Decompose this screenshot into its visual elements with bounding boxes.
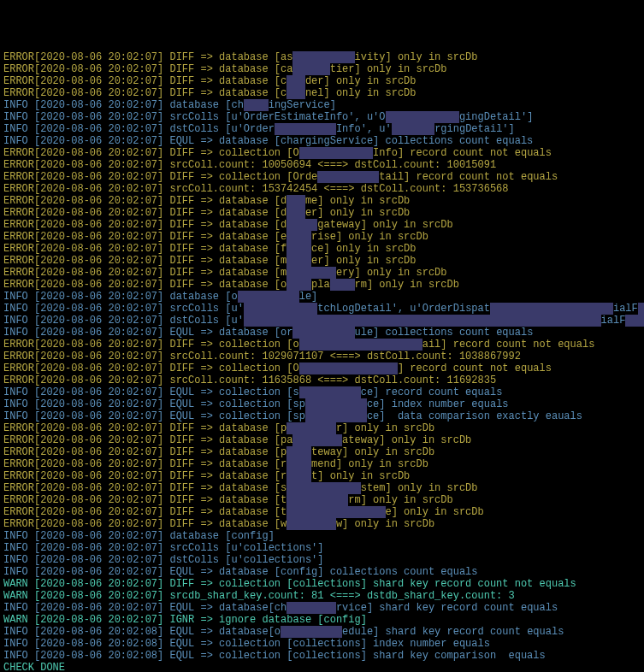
log-message: database [ch ingService]	[169, 99, 335, 111]
log-level: ERROR	[3, 446, 34, 458]
log-message: srcColls [u' tchLogDetail', u'OrderDispa…	[169, 303, 644, 315]
log-timestamp: [2020-08-06 20:02:07]	[34, 135, 163, 147]
log-level: ERROR	[3, 518, 34, 530]
log-line: ERROR[2020-08-06 20:02:07] DIFF => datab…	[3, 207, 641, 219]
log-line: CHECK DONE	[3, 662, 641, 672]
log-line: ERROR[2020-08-06 20:02:07] srcColl.count…	[3, 183, 641, 195]
log-message: EQUL => collection [collections] index n…	[169, 638, 489, 650]
log-message: DIFF => database [ca tier] only in srcDb	[169, 63, 446, 75]
log-timestamp: [2020-08-06 20:02:07]	[34, 291, 163, 303]
log-line: ERROR[2020-08-06 20:02:07] DIFF => datab…	[3, 482, 641, 494]
log-line: ERROR[2020-08-06 20:02:07] DIFF => datab…	[3, 446, 641, 458]
log-message: IGNR => ignore database [config]	[169, 614, 366, 626]
log-timestamp: [2020-08-06 20:02:07]	[34, 303, 163, 315]
log-level: ERROR	[3, 339, 34, 351]
log-timestamp: [2020-08-06 20:02:07]	[34, 75, 163, 87]
log-message: DIFF => database [e rise] only in srcDb	[169, 231, 428, 243]
log-timestamp: [2020-08-06 20:02:07]	[34, 614, 163, 626]
log-level: INFO	[3, 135, 34, 147]
log-timestamp: [2020-08-06 20:02:07]	[34, 602, 163, 614]
log-timestamp: [2020-08-06 20:02:07]	[34, 183, 163, 195]
log-line: ERROR[2020-08-06 20:02:07] DIFF => datab…	[3, 279, 641, 291]
log-timestamp: [2020-08-06 20:02:07]	[34, 99, 163, 111]
log-timestamp: [2020-08-06 20:02:07]	[34, 159, 163, 171]
log-level: INFO	[3, 650, 34, 662]
log-line: ERROR[2020-08-06 20:02:07] DIFF => colle…	[3, 147, 641, 159]
log-timestamp: [2020-08-06 20:02:07]	[34, 87, 163, 99]
log-timestamp: [2020-08-06 20:02:07]	[34, 327, 163, 339]
log-level: ERROR	[3, 231, 34, 243]
log-message: EQUL => database[o edule] shard key reco…	[169, 626, 564, 638]
log-level: INFO	[3, 410, 34, 422]
log-line: INFO [2020-08-06 20:02:07] srcColls [u'O…	[3, 111, 641, 123]
log-timestamp: [2020-08-06 20:02:07]	[34, 171, 163, 183]
log-line: ERROR[2020-08-06 20:02:07] DIFF => datab…	[3, 231, 641, 243]
log-level: INFO	[3, 386, 34, 398]
log-line: ERROR[2020-08-06 20:02:07] DIFF => datab…	[3, 434, 641, 446]
log-timestamp: [2020-08-06 20:02:07]	[34, 255, 163, 267]
log-message: DIFF => database [c nel] only in srcDb	[169, 87, 416, 99]
log-line: INFO [2020-08-06 20:02:07] srcColls [u' …	[3, 303, 641, 315]
log-timestamp: [2020-08-06 20:02:07]	[34, 147, 163, 159]
log-timestamp: [2020-08-06 20:02:07]	[34, 410, 163, 422]
log-line: INFO [2020-08-06 20:02:07] dstColls [u'O…	[3, 123, 641, 135]
log-level: ERROR	[3, 279, 34, 291]
log-level: INFO	[3, 554, 34, 566]
log-timestamp: [2020-08-06 20:02:08]	[34, 638, 163, 650]
log-level: ERROR	[3, 255, 34, 267]
log-timestamp: [2020-08-06 20:02:07]	[34, 530, 163, 542]
log-message: srcdb_shard_key.count: 81 <===> dstdb_sh…	[169, 590, 514, 602]
log-message: DIFF => database [r mend] only in srcDb	[169, 458, 428, 470]
log-level: ERROR	[3, 195, 34, 207]
log-level: ERROR	[3, 51, 34, 63]
log-line: INFO [2020-08-06 20:02:07] EQUL => datab…	[3, 566, 641, 578]
log-timestamp: [2020-08-06 20:02:07]	[34, 578, 163, 590]
log-message: EQUL => collection [sp ce] data comparis…	[169, 410, 582, 422]
log-message: srcColl.count: 10050694 <===> dstColl.co…	[169, 159, 496, 171]
log-message: EQUL => database [chargingService] colle…	[169, 135, 533, 147]
log-message: DIFF => collection [Orde tail] record co…	[169, 171, 558, 183]
log-timestamp: [2020-08-06 20:02:07]	[34, 351, 163, 363]
log-message: DIFF => database [d gateway] only in src…	[169, 219, 452, 231]
log-line: WARN [2020-08-06 20:02:07] IGNR => ignor…	[3, 614, 641, 626]
log-message: srcColl.count: 1029071107 <===> dstColl.…	[169, 351, 520, 363]
log-line: ERROR[2020-08-06 20:02:07] DIFF => colle…	[3, 339, 641, 351]
log-message: DIFF => database [r t] only in srcDb	[169, 470, 410, 482]
log-line: INFO [2020-08-06 20:02:07] database [ch …	[3, 99, 641, 111]
log-line: ERROR[2020-08-06 20:02:07] srcColl.count…	[3, 159, 641, 171]
log-timestamp: [2020-08-06 20:02:07]	[34, 494, 163, 506]
log-line: ERROR[2020-08-06 20:02:07] DIFF => datab…	[3, 518, 641, 530]
log-timestamp: [2020-08-06 20:02:07]	[34, 590, 163, 602]
log-level: ERROR	[3, 75, 34, 87]
log-timestamp: [2020-08-06 20:02:08]	[34, 626, 163, 638]
log-timestamp: [2020-08-06 20:02:07]	[34, 518, 163, 530]
log-level: INFO	[3, 530, 34, 542]
log-line: INFO [2020-08-06 20:02:07] srcColls [u'c…	[3, 542, 641, 554]
log-message: DIFF => database [d me] only in srcDb	[169, 195, 410, 207]
log-level: INFO	[3, 626, 34, 638]
log-level: ERROR	[3, 207, 34, 219]
log-output: ERROR[2020-08-06 20:02:07] DIFF => datab…	[3, 51, 641, 672]
log-level: ERROR	[3, 363, 34, 374]
log-level: WARN	[3, 578, 34, 590]
log-level: INFO	[3, 123, 34, 135]
log-message: DIFF => collection [O ] record count not…	[169, 363, 551, 374]
log-message: DIFF => database [t rm] only in srcDb	[169, 494, 452, 506]
log-timestamp: [2020-08-06 20:02:07]	[34, 542, 163, 554]
log-message: DIFF => database [p r] only in srcDb	[169, 422, 434, 434]
log-level: ERROR	[3, 147, 34, 159]
log-timestamp: [2020-08-06 20:02:07]	[34, 446, 163, 458]
log-line: ERROR[2020-08-06 20:02:07] DIFF => datab…	[3, 267, 641, 279]
log-timestamp: [2020-08-06 20:02:07]	[34, 279, 163, 291]
log-timestamp: [2020-08-06 20:02:07]	[34, 315, 163, 327]
log-line: INFO [2020-08-06 20:02:07] EQUL => colle…	[3, 410, 641, 422]
log-message: EQUL => database[ch rvice] shard key rec…	[169, 602, 558, 614]
log-timestamp: [2020-08-06 20:02:07]	[34, 434, 163, 446]
log-level: INFO	[3, 602, 34, 614]
log-message: EQUL => database [config] collections co…	[169, 566, 477, 578]
log-level: ERROR	[3, 434, 34, 446]
log-level: ERROR	[3, 470, 34, 482]
log-timestamp: [2020-08-06 20:02:07]	[34, 566, 163, 578]
log-timestamp: [2020-08-06 20:02:07]	[34, 458, 163, 470]
log-level: INFO	[3, 327, 34, 339]
